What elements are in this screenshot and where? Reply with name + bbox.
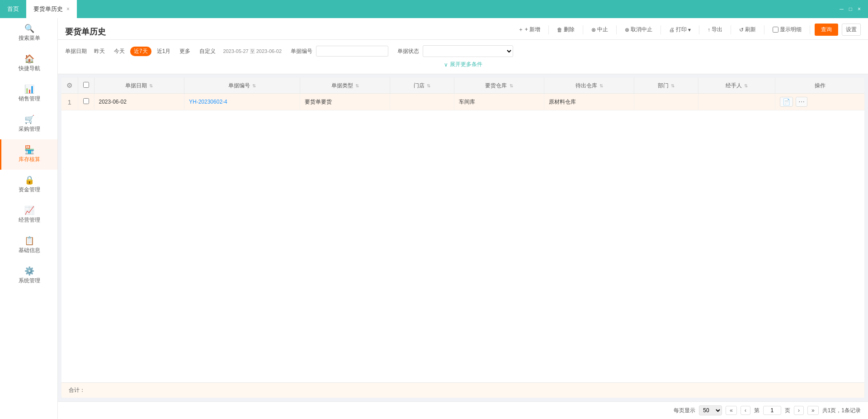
docno-input[interactable] (316, 46, 388, 57)
window-minimize-button[interactable]: ─ (840, 6, 844, 12)
row-1-docno-link[interactable]: YH-20230602-4 (189, 99, 227, 105)
row-1-view-button[interactable]: 📄 (780, 97, 793, 107)
row-1-date: 2023-06-02 (94, 94, 184, 110)
col-ops-header: 操作 (775, 78, 864, 94)
toolbar-divider-7 (764, 25, 764, 34)
suspend-button[interactable]: ⊗ 中止 (588, 24, 612, 35)
row-1-docno[interactable]: YH-20230602-4 (184, 94, 300, 110)
tab-home[interactable]: 首页 (0, 0, 26, 18)
export-button[interactable]: ↑ 导出 (704, 24, 726, 35)
quick-nav-icon: 🏠 (24, 55, 34, 63)
pagination-bar: 每页显示 50 10 20 100 « ‹ 第 页 › » 共1页，1条记录 (58, 401, 868, 419)
toolbar-divider-3 (616, 25, 617, 34)
basic-info-icon: 📋 (24, 237, 34, 245)
sidebar-item-operations-mgmt-label: 经营管理 (19, 216, 40, 224)
table-body: 1 2023-06-02 YH-20230602-4 要货单要货 车间库 原材料… (61, 94, 864, 110)
delete-button[interactable]: 🗑 删除 (553, 24, 578, 35)
top-bar: 首页 要货单历史 × ─ □ × (0, 0, 868, 18)
page-number-input[interactable] (763, 406, 781, 415)
toolbar-divider-1 (548, 25, 549, 34)
cancel-suspend-button[interactable]: ⊗ 取消中止 (621, 24, 656, 35)
expand-more-label: 展开更多条件 (450, 61, 482, 68)
tab-close-icon[interactable]: × (66, 6, 70, 12)
col-pending-warehouse-label: 待出仓库 (576, 82, 597, 89)
col-store-label: 门店 (414, 82, 425, 89)
new-label: + 新增 (525, 26, 540, 33)
toolbar-divider-8 (810, 25, 810, 34)
sidebar-item-purchase-mgmt-label: 采购管理 (19, 125, 40, 133)
sidebar-item-finance-mgmt[interactable]: 🔒 资金管理 (0, 170, 57, 200)
operations-mgmt-icon: 📈 (24, 206, 34, 214)
col-docno-sort-icon: ⇅ (252, 83, 256, 88)
sidebar-item-finance-mgmt-label: 资金管理 (19, 186, 40, 194)
col-req-warehouse-header[interactable]: 要货仓库 ⇅ (454, 78, 544, 94)
purchase-mgmt-icon: 🛒 (24, 115, 34, 124)
toolbar-divider-2 (583, 25, 583, 34)
show-detail-checkbox[interactable] (773, 27, 778, 33)
sidebar-item-quick-nav-label: 快捷导航 (19, 65, 40, 72)
next-page-button[interactable]: › (794, 406, 804, 415)
toolbar-divider-5 (699, 25, 699, 34)
tab-requisition-history[interactable]: 要货单历史 × (26, 0, 77, 18)
per-page-select[interactable]: 50 10 20 100 (699, 405, 722, 415)
col-dept-header[interactable]: 部门 ⇅ (634, 78, 698, 94)
main-layout: 🔍 搜索菜单 🏠 快捷导航 📊 销售管理 🛒 采购管理 🏪 库存核算 🔒 资金管… (0, 18, 868, 419)
sidebar-item-sales-mgmt[interactable]: 📊 销售管理 (0, 79, 57, 109)
col-pending-warehouse-sort-icon: ⇅ (599, 83, 603, 88)
date-btn-yesterday[interactable]: 昨天 (90, 47, 108, 56)
settings-button[interactable]: 设置 (842, 24, 861, 36)
sidebar-item-basic-info-label: 基础信息 (19, 247, 40, 254)
suspend-icon: ⊗ (591, 27, 596, 33)
date-btn-7days[interactable]: 近7天 (130, 47, 151, 56)
sidebar-item-search-menu[interactable]: 🔍 搜索菜单 (0, 18, 57, 48)
col-ops-label: 操作 (815, 82, 826, 89)
col-settings-header[interactable]: ⚙ (61, 78, 78, 94)
row-1-check (78, 94, 94, 110)
table-row[interactable]: 1 2023-06-02 YH-20230602-4 要货单要货 车间库 原材料… (61, 94, 864, 110)
window-close-button[interactable]: × (858, 6, 861, 12)
sidebar-item-inventory-calc[interactable]: 🏪 库存核算 (0, 139, 57, 170)
settings-label: 设置 (846, 26, 857, 33)
col-docno-header[interactable]: 单据编号 ⇅ (184, 78, 300, 94)
sidebar-item-quick-nav[interactable]: 🏠 快捷导航 (0, 48, 57, 79)
sidebar-item-inventory-calc-label: 库存核算 (19, 156, 40, 163)
expand-more-button[interactable]: ∨ 展开更多条件 (65, 61, 861, 68)
last-page-button[interactable]: » (807, 406, 819, 415)
prev-page-button[interactable]: ‹ (741, 406, 750, 415)
col-store-header[interactable]: 门店 ⇅ (390, 78, 454, 94)
filter-row: 单据日期 昨天 今天 近7天 近1月 更多 自定义 2023-05-27 至 2… (65, 45, 861, 57)
print-button[interactable]: 🖨 打印 ▾ (665, 24, 694, 35)
refresh-icon: ↺ (739, 27, 744, 33)
date-btn-custom[interactable]: 自定义 (196, 47, 219, 56)
print-label: 打印 (676, 26, 687, 33)
row-1-checkbox[interactable] (83, 98, 89, 104)
col-handler-header[interactable]: 经手人 ⇅ (698, 78, 775, 94)
col-pending-warehouse-header[interactable]: 待出仓库 ⇅ (544, 78, 634, 94)
first-page-button[interactable]: « (726, 406, 737, 415)
status-select[interactable] (423, 45, 513, 57)
sidebar-item-purchase-mgmt[interactable]: 🛒 采购管理 (0, 109, 57, 139)
show-detail-button[interactable]: 显示明细 (769, 24, 805, 35)
new-button[interactable]: ＋ + 新增 (514, 24, 544, 35)
sidebar-item-basic-info[interactable]: 📋 基础信息 (0, 230, 57, 261)
col-doctype-header[interactable]: 单据类型 ⇅ (300, 78, 390, 94)
row-1-more-button[interactable]: ⋯ (796, 97, 807, 107)
col-req-warehouse-sort-icon: ⇅ (509, 83, 513, 88)
date-btn-today[interactable]: 今天 (110, 47, 128, 56)
inventory-calc-icon: 🏪 (24, 146, 34, 154)
col-req-warehouse-label: 要货仓库 (485, 82, 507, 89)
window-maximize-button[interactable]: □ (849, 6, 852, 12)
row-1-req-warehouse: 车间库 (454, 94, 544, 110)
sidebar-item-system-mgmt[interactable]: ⚙️ 系统管理 (0, 261, 57, 291)
refresh-button[interactable]: ↺ 刷新 (736, 24, 760, 35)
date-btn-more[interactable]: 更多 (176, 47, 194, 56)
date-btn-1month[interactable]: 近1月 (153, 47, 175, 56)
col-handler-sort-icon: ⇅ (744, 83, 748, 88)
sidebar-item-operations-mgmt[interactable]: 📈 经营管理 (0, 200, 57, 230)
row-1-ops: 📄 ⋯ (775, 94, 864, 110)
query-button[interactable]: 查询 (815, 24, 838, 36)
col-date-header[interactable]: 单据日期 ⇅ (94, 78, 184, 94)
select-all-checkbox[interactable] (83, 82, 89, 88)
filter-status-item: 单据状态 (397, 45, 513, 57)
show-detail-label: 显示明细 (780, 26, 802, 33)
